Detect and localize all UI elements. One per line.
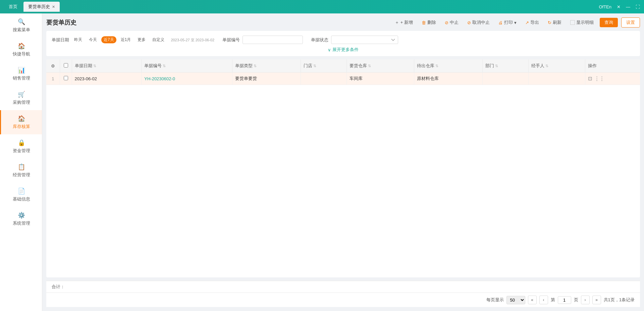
query-button[interactable]: 查询 bbox=[600, 18, 618, 27]
page-num-input[interactable] bbox=[558, 296, 571, 304]
row-store bbox=[301, 73, 347, 85]
expand-more-button[interactable]: ∨ 展开更多条件 bbox=[52, 47, 635, 53]
tab-home-label: 首页 bbox=[9, 4, 17, 10]
table-header-row: ⚙ 单据日期 ⇅ 单据编号 ⇅ bbox=[46, 59, 640, 73]
sidebar-item-finance-mgmt[interactable]: 🔒 资金管理 bbox=[0, 134, 42, 159]
th-req-warehouse[interactable]: 要货仓库 ⇅ bbox=[346, 59, 414, 73]
sidebar-item-system-mgmt-label: 系统管理 bbox=[13, 220, 30, 226]
sidebar-item-quick-nav[interactable]: 🏠 快捷导航 bbox=[0, 38, 42, 62]
row-pending-warehouse: 原材料仓库 bbox=[414, 73, 483, 85]
cancel-stop-button[interactable]: ⊘ 取消中止 bbox=[465, 18, 492, 27]
delete-icon: 🗑 bbox=[422, 20, 426, 25]
export-icon: ↗ bbox=[525, 20, 529, 25]
inventory-calc-icon: 🏠 bbox=[18, 115, 25, 122]
row-select-checkbox[interactable] bbox=[64, 76, 68, 80]
row-doc-no[interactable]: YH-20230602-0 bbox=[142, 73, 232, 85]
sidebar-item-inventory-calc-label: 库存核算 bbox=[13, 124, 30, 130]
new-label: + 新增 bbox=[400, 19, 413, 26]
th-settings[interactable]: ⚙ bbox=[46, 59, 60, 73]
sidebar-item-sales-mgmt-label: 销售管理 bbox=[13, 75, 30, 81]
sidebar-item-basic-info[interactable]: 📄 基础信息 bbox=[0, 183, 42, 207]
th-pending-warehouse[interactable]: 待出仓库 ⇅ bbox=[414, 59, 483, 73]
th-doc-date[interactable]: 单据日期 ⇅ bbox=[72, 59, 142, 73]
sidebar-item-operations-mgmt[interactable]: 📋 经营管理 bbox=[0, 159, 42, 183]
tab-close-icon[interactable]: ✕ bbox=[52, 5, 55, 9]
th-action-label: 操作 bbox=[588, 63, 597, 68]
delete-button[interactable]: 🗑 删除 bbox=[419, 18, 439, 27]
row-view-icon[interactable]: ⊡ bbox=[588, 76, 592, 82]
th-pending-warehouse-label: 待出仓库 bbox=[417, 63, 434, 69]
th-dept-label: 部门 bbox=[485, 63, 494, 69]
row-more-icon[interactable]: ⋮⋮ bbox=[594, 76, 604, 82]
refresh-icon: ↻ bbox=[548, 20, 551, 25]
select-all-checkbox[interactable] bbox=[64, 63, 68, 68]
search-menu-icon: 🔍 bbox=[18, 18, 25, 26]
refresh-button[interactable]: ↻ 刷新 bbox=[545, 18, 564, 27]
date-btn-1month[interactable]: 近1月 bbox=[118, 36, 133, 43]
th-store[interactable]: 门店 ⇅ bbox=[301, 59, 347, 73]
maximize-icon[interactable]: ⛶ bbox=[636, 4, 640, 9]
refresh-label: 刷新 bbox=[553, 19, 561, 26]
stop-button[interactable]: ⊘ 中止 bbox=[442, 18, 461, 27]
status-select[interactable] bbox=[331, 36, 398, 44]
page-title: 要货单历史 bbox=[46, 18, 76, 27]
date-btn-custom[interactable]: 自定义 bbox=[150, 36, 167, 43]
docno-filter-group: 单据编号 bbox=[222, 36, 303, 44]
sidebar-item-system-mgmt[interactable]: ⚙️ 系统管理 bbox=[0, 207, 42, 231]
pagination-bar: 每页显示 50 10 20 100 « ‹ 第 页 › » 共1页，1条记录 bbox=[46, 293, 640, 307]
doc-no-link[interactable]: YH-20230602-0 bbox=[144, 76, 175, 81]
page-nav-next[interactable]: › bbox=[581, 296, 590, 304]
th-doc-type-label: 单据类型 bbox=[235, 63, 253, 69]
tab-home[interactable]: 首页 bbox=[4, 2, 22, 12]
display-detail-label: 显示明细 bbox=[576, 19, 594, 26]
page-nav-first[interactable]: « bbox=[528, 296, 537, 304]
status-filter-label: 单据状态 bbox=[311, 37, 328, 43]
page-nav-prev[interactable]: ‹ bbox=[539, 296, 548, 304]
new-icon: ＋ bbox=[395, 19, 399, 26]
print-chevron-icon: ▾ bbox=[514, 20, 517, 25]
th-checkbox[interactable] bbox=[60, 59, 72, 73]
th-dept[interactable]: 部门 ⇅ bbox=[483, 59, 529, 73]
minimize-icon[interactable]: — bbox=[626, 4, 630, 9]
close-window-icon[interactable]: ✕ bbox=[617, 4, 621, 9]
chevron-down-icon: ∨ bbox=[328, 47, 331, 52]
sidebar: 🔍 搜索菜单 🏠 快捷导航 📊 销售管理 🛒 采购管理 🏠 库存核算 🔒 资金管… bbox=[0, 13, 42, 311]
sidebar-item-purchase-mgmt[interactable]: 🛒 采购管理 bbox=[0, 86, 42, 110]
new-button[interactable]: ＋ + 新增 bbox=[392, 18, 416, 27]
sidebar-item-search-menu[interactable]: 🔍 搜索菜单 bbox=[0, 13, 42, 38]
filter-row: 单据日期 昨天 今天 近7天 近1月 更多 自定义 2023-05-27 至 2… bbox=[52, 36, 635, 44]
docno-filter-label: 单据编号 bbox=[222, 37, 240, 43]
table-container: ⚙ 单据日期 ⇅ 单据编号 ⇅ bbox=[46, 59, 640, 277]
date-btn-more[interactable]: 更多 bbox=[135, 36, 148, 43]
th-handler[interactable]: 经手人 ⇅ bbox=[529, 59, 585, 73]
display-detail-button[interactable]: 显示明细 bbox=[568, 18, 596, 27]
date-filter-group: 单据日期 昨天 今天 近7天 近1月 更多 自定义 2023-05-27 至 2… bbox=[52, 36, 214, 43]
th-doc-no[interactable]: 单据编号 ⇅ bbox=[142, 59, 232, 73]
export-button[interactable]: ↗ 导出 bbox=[523, 18, 542, 27]
docno-input[interactable] bbox=[243, 36, 303, 44]
sidebar-item-sales-mgmt[interactable]: 📊 销售管理 bbox=[0, 62, 42, 86]
stop-icon: ⊘ bbox=[445, 20, 448, 25]
top-bar: 首页 要货单历史 ✕ OfTEn ✕ — ⛶ bbox=[0, 0, 644, 13]
page-size-select[interactable]: 50 10 20 100 bbox=[506, 296, 525, 304]
date-btn-yesterday[interactable]: 昨天 bbox=[72, 36, 85, 43]
print-label: 打印 bbox=[504, 19, 513, 26]
filter-panel: 单据日期 昨天 今天 近7天 近1月 更多 自定义 2023-05-27 至 2… bbox=[46, 31, 640, 56]
settings-button[interactable]: 设置 bbox=[621, 17, 640, 28]
th-store-label: 门店 bbox=[304, 63, 312, 69]
date-btn-7days[interactable]: 近7天 bbox=[101, 36, 116, 43]
row-checkbox[interactable] bbox=[60, 73, 72, 85]
settings-label: 设置 bbox=[626, 19, 635, 26]
basic-info-icon: 📄 bbox=[18, 187, 25, 195]
tab-requisition-history[interactable]: 要货单历史 ✕ bbox=[23, 2, 60, 12]
print-icon: 🖨 bbox=[498, 20, 503, 25]
sort-doc-no-icon: ⇅ bbox=[163, 64, 166, 68]
display-detail-checkbox[interactable] bbox=[570, 20, 575, 25]
page-header: 要货单历史 ＋ + 新增 🗑 删除 ⊘ 中止 ⊘ 取消中止 bbox=[46, 17, 640, 28]
page-nav-last[interactable]: » bbox=[592, 296, 601, 304]
print-button[interactable]: 🖨 打印 ▾ bbox=[496, 18, 519, 27]
sidebar-item-inventory-calc[interactable]: 🏠 库存核算 bbox=[0, 110, 42, 134]
date-btn-today[interactable]: 今天 bbox=[87, 36, 99, 43]
page-size-label: 每页显示 bbox=[486, 297, 504, 303]
th-doc-type[interactable]: 单据类型 ⇅ bbox=[232, 59, 301, 73]
